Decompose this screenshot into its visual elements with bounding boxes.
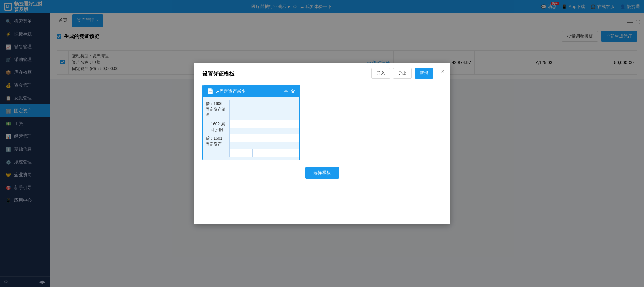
modal-dialog: 设置凭证模板 × 导入 导出 新增 📄 5-固定资产减少 ✏ 🗑 xyxy=(194,63,450,224)
modal-close-btn[interactable]: × xyxy=(441,68,445,75)
template-doc-icon: 📄 xyxy=(207,88,214,94)
template-name: 5-固定资产减少 xyxy=(216,88,246,94)
select-template-btn[interactable]: 选择模板 xyxy=(305,167,339,179)
modal-overlay: 设置凭证模板 × 导入 导出 新增 📄 5-固定资产减少 ✏ 🗑 xyxy=(0,0,644,287)
template-card-body: 借：1606 固定资产清理 1602 累计折旧 xyxy=(203,97,299,160)
entry-row-1-direction: 借：1606 固定资产清理 xyxy=(203,100,230,120)
entry-row-2: 1602 累计折旧 xyxy=(203,120,230,134)
entry-row-3: 贷：1601 固定资产 xyxy=(203,134,230,149)
template-header-left: 📄 5-固定资产减少 xyxy=(207,88,246,94)
template-card-header: 📄 5-固定资产减少 ✏ 🗑 xyxy=(203,85,299,97)
template-edit-btn[interactable]: ✏ xyxy=(284,89,288,94)
template-card: 📄 5-固定资产减少 ✏ 🗑 借：1606 固定资产清理 xyxy=(202,85,300,160)
template-delete-btn[interactable]: 🗑 xyxy=(290,89,295,94)
modal-toolbar: 导入 导出 新增 xyxy=(371,68,433,79)
export-btn[interactable]: 导出 xyxy=(393,68,412,79)
new-btn[interactable]: 新增 xyxy=(415,68,433,79)
import-btn[interactable]: 导入 xyxy=(371,68,390,79)
template-card-actions: ✏ 🗑 xyxy=(284,89,295,94)
